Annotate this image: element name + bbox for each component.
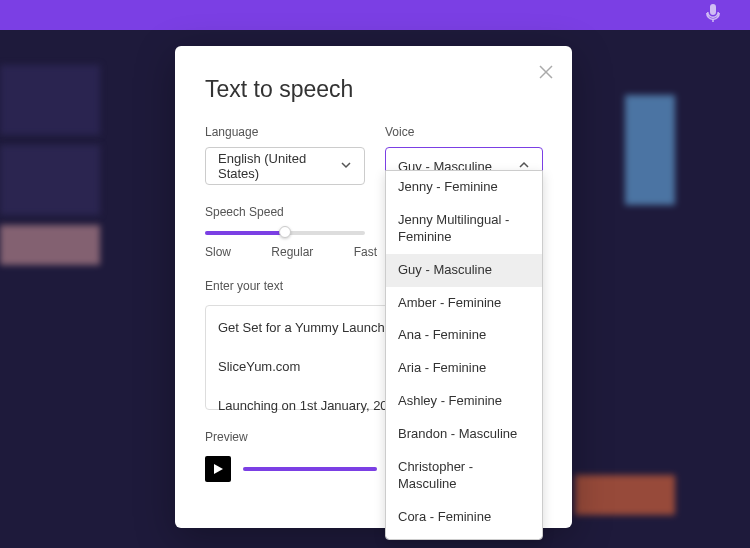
svg-marker-2 [214,464,223,474]
voice-label: Voice [385,125,543,139]
voice-option[interactable]: Cora - Feminine [386,501,542,534]
language-select[interactable]: English (United States) [205,147,365,185]
voice-option[interactable]: Ashley - Feminine [386,385,542,418]
bg-thumb [575,475,675,515]
bg-thumb [0,225,100,265]
speed-fast: Fast [354,245,377,259]
play-button[interactable] [205,456,231,482]
close-button[interactable] [538,64,554,84]
voice-option[interactable]: Jenny - Feminine [386,171,542,204]
voice-option[interactable]: Jenny Multilingual - Feminine [386,204,542,254]
modal-title: Text to speech [205,76,542,103]
voice-option[interactable]: Brandon - Masculine [386,418,542,451]
voice-option[interactable]: Amber - Feminine [386,287,542,320]
voice-option[interactable]: Ana - Feminine [386,319,542,352]
mic-icon[interactable] [706,4,720,26]
speed-thumb[interactable] [279,226,291,238]
preview-progress[interactable] [243,467,377,471]
chevron-down-icon [340,159,352,174]
speed-fill [205,231,285,235]
speed-regular: Regular [271,245,313,259]
language-label: Language [205,125,365,139]
bg-thumb [625,95,675,205]
speed-slider[interactable] [205,231,365,235]
language-value: English (United States) [218,151,340,181]
voice-option[interactable]: Christopher - Masculine [386,451,542,501]
voice-option[interactable]: Aria - Feminine [386,352,542,385]
topbar [0,0,750,30]
voice-dropdown[interactable]: Jenny - FeminineJenny Multilingual - Fem… [385,170,543,540]
voice-option[interactable]: Elizabeth - Feminine [386,534,542,540]
speed-slow: Slow [205,245,231,259]
preview-progress-fill [243,467,377,471]
speed-marks: Slow Regular Fast [205,245,377,259]
bg-thumb [0,65,100,135]
voice-option[interactable]: Guy - Masculine [386,254,542,287]
bg-thumb [0,145,100,215]
